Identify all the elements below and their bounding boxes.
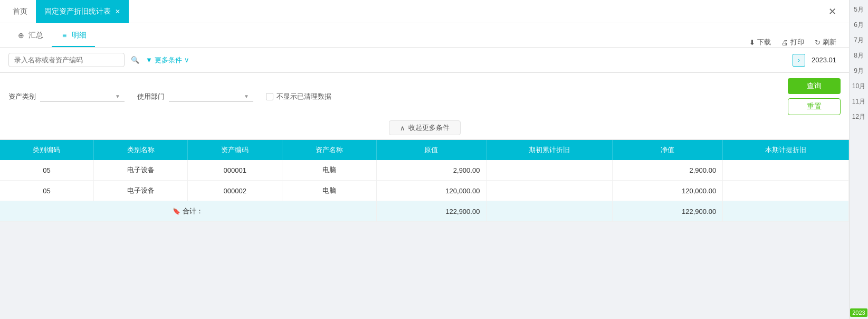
col-header-asset-name: 资产名称 <box>282 140 376 160</box>
month-12[interactable]: 12月 <box>850 109 869 125</box>
cell-asset-name: 电脑 <box>282 181 376 201</box>
chevron-down-icon: ∨ <box>184 56 189 64</box>
tab-summary[interactable]: ⊕ 汇总 <box>8 25 52 47</box>
collapse-label: 收起更多条件 <box>408 123 450 133</box>
col-header-current-dep: 本期计提折旧 <box>723 140 849 160</box>
home-nav[interactable]: 首页 <box>8 7 32 16</box>
print-label: 打印 <box>790 37 804 47</box>
cell-asset-name: 电脑 <box>282 160 376 181</box>
detail-tab-icon: ≡ <box>60 31 69 40</box>
active-tab[interactable]: 固定资产折旧统计表 ✕ <box>36 0 129 23</box>
col-header-original-value: 原值 <box>376 140 487 160</box>
refresh-button[interactable]: ↻ 刷新 <box>815 37 836 47</box>
cell-original-value: 120,000.00 <box>376 181 487 201</box>
asset-category-select[interactable]: ▼ <box>40 91 125 102</box>
extended-filter: 资产类别 ▼ 使用部门 ▼ 不显示已清理数据 查询 重置 <box>0 73 849 140</box>
total-icon: 🔖 <box>173 208 180 215</box>
reset-button[interactable]: 重置 <box>788 98 841 115</box>
col-header-accumulated-dep: 期初累计折旧 <box>487 140 613 160</box>
more-conditions-button[interactable]: ▼ 更多条件 ∨ <box>146 55 189 65</box>
total-current-dep <box>723 201 849 222</box>
date-display: 2023.01 <box>807 56 841 64</box>
summary-tab-icon: ⊕ <box>17 31 25 40</box>
refresh-label: 刷新 <box>823 37 836 47</box>
cell-asset-code: 000002 <box>188 181 282 201</box>
date-prev-button[interactable]: › <box>793 54 805 67</box>
total-accumulated-dep <box>487 201 613 222</box>
tab-title: 固定资产折旧统计表 <box>44 7 111 16</box>
assets-table: 类别编码 类别名称 资产编码 资产名称 原值 期初累计折旧 净值 本期计提折旧 … <box>0 140 849 222</box>
col-header-net-value: 净值 <box>613 140 723 160</box>
cell-category-code: 05 <box>0 160 93 181</box>
cell-net-value: 2,900.00 <box>613 160 723 181</box>
more-conditions-label: 更多条件 <box>155 55 182 65</box>
col-header-category-name: 类别名称 <box>93 140 188 160</box>
hide-cleared-label: 不显示已清理数据 <box>276 92 331 101</box>
total-label-text: 合计： <box>183 207 203 216</box>
total-original-value: 122,900.00 <box>376 201 487 222</box>
col-header-category-code: 类别编码 <box>0 140 93 160</box>
cell-net-value: 120,000.00 <box>613 181 723 201</box>
col-header-asset-code: 资产编码 <box>188 140 282 160</box>
download-label: 下载 <box>757 37 771 47</box>
download-icon: ⬇ <box>749 39 755 46</box>
search-bar: 🔍 ▼ 更多条件 ∨ › 2023.01 <box>0 48 849 73</box>
asset-category-arrow-icon: ▼ <box>115 93 120 99</box>
refresh-icon: ↻ <box>815 39 821 46</box>
tab-bar: ⊕ 汇总 ≡ 明细 ⬇ 下载 🖨 打印 ↻ 刷新 <box>0 23 849 48</box>
department-arrow-icon: ▼ <box>244 93 249 99</box>
month-7[interactable]: 7月 <box>850 33 869 48</box>
search-input[interactable] <box>8 53 125 67</box>
filter-icon: ▼ <box>146 56 152 64</box>
collapse-icon: ∧ <box>400 124 405 132</box>
cell-category-code: 05 <box>0 181 93 201</box>
month-9[interactable]: 9月 <box>850 63 869 79</box>
asset-category-label: 资产类别 <box>8 92 36 101</box>
tab-close-icon[interactable]: ✕ <box>115 8 120 15</box>
total-row: 🔖 合计： 122,900.00 122,900.00 <box>0 201 849 222</box>
collapse-button[interactable]: ∧ 收起更多条件 <box>389 120 461 135</box>
month-11[interactable]: 11月 <box>850 94 869 109</box>
department-select[interactable]: ▼ <box>169 91 253 102</box>
tab-detail[interactable]: ≡ 明细 <box>52 25 95 47</box>
month-6[interactable]: 6月 <box>850 17 869 33</box>
cell-current-dep <box>723 160 849 181</box>
right-sidebar: 5月 6月 7月 8月 9月 10月 11月 12月 2023 <box>849 0 868 319</box>
table-row: 05 电子设备 000001 电脑 2,900.00 2,900.00 <box>0 160 849 181</box>
cell-asset-code: 000001 <box>188 160 282 181</box>
month-5[interactable]: 5月 <box>850 2 869 17</box>
cell-category-name: 电子设备 <box>93 181 188 201</box>
download-button[interactable]: ⬇ 下载 <box>749 37 771 47</box>
window-close-button[interactable]: ✕ <box>824 4 841 20</box>
cell-current-dep <box>723 181 849 201</box>
cell-original-value: 2,900.00 <box>376 160 487 181</box>
search-icon[interactable]: 🔍 <box>131 56 139 64</box>
table-row: 05 电子设备 000002 电脑 120,000.00 120,000.00 <box>0 181 849 201</box>
department-label: 使用部门 <box>137 92 165 101</box>
month-10[interactable]: 10月 <box>850 79 869 94</box>
cell-accumulated-dep <box>487 181 613 201</box>
total-label-cell: 🔖 合计： <box>0 201 376 222</box>
query-button[interactable]: 查询 <box>788 78 841 94</box>
month-8[interactable]: 8月 <box>850 48 869 63</box>
cell-accumulated-dep <box>487 160 613 181</box>
total-net-value: 122,900.00 <box>613 201 723 222</box>
detail-tab-label: 明细 <box>72 31 87 40</box>
print-button[interactable]: 🖨 打印 <box>781 37 804 47</box>
year-badge[interactable]: 2023 <box>850 308 867 317</box>
cell-category-name: 电子设备 <box>93 160 188 181</box>
data-table-container: 类别编码 类别名称 资产编码 资产名称 原值 期初累计折旧 净值 本期计提折旧 … <box>0 140 849 319</box>
print-icon: 🖨 <box>781 39 788 46</box>
hide-cleared-checkbox[interactable] <box>266 93 273 100</box>
summary-tab-label: 汇总 <box>28 31 43 40</box>
